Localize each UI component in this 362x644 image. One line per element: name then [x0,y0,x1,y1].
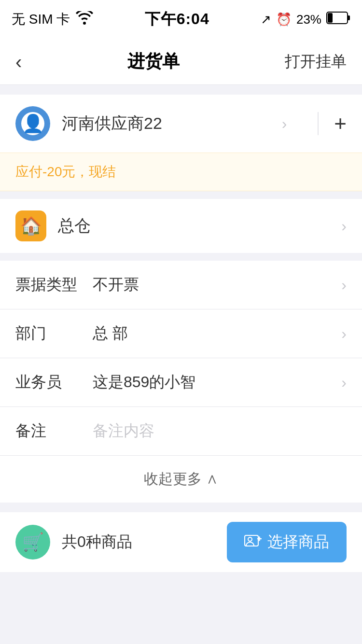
salesman-row[interactable]: 业务员 这是859的小智 › [0,358,362,406]
salesman-chevron-icon: › [341,374,347,392]
gap-3 [0,253,362,261]
bottom-bar: 🛒 共0种商品 选择商品 [0,512,362,572]
status-time: 下午6:04 [145,9,209,30]
supplier-section: 👤 河南供应商22 › + 应付-20元，现结 [0,95,362,191]
gap-2 [0,191,362,199]
ticket-type-label: 票据类型 [15,274,83,295]
sim-text: 无 SIM 卡 [12,10,70,28]
svg-rect-1 [348,15,350,20]
supplier-avatar: 👤 [15,106,50,141]
supplier-name: 河南供应商22 [62,112,282,135]
ticket-type-value: 不开票 [83,274,341,295]
open-pending-button[interactable]: 打开挂单 [285,51,347,72]
remark-row[interactable]: 备注 备注内容 [0,407,362,455]
warehouse-chevron-icon: › [341,217,347,235]
notice-banner: 应付-20元，现结 [0,153,362,191]
user-icon: 👤 [22,113,44,134]
wifi-icon [76,11,93,28]
remark-label: 备注 [15,420,83,442]
supplier-divider [318,112,319,135]
svg-point-6 [248,537,252,541]
warehouse-name: 总仓 [58,215,341,237]
warehouse-section: 🏠 总仓 › [0,199,362,253]
status-left: 无 SIM 卡 [12,10,93,28]
select-product-button[interactable]: 选择商品 [227,522,347,562]
status-right: ↗ ⏰ 23% [261,12,350,28]
department-label: 部门 [15,323,83,344]
battery-icon [326,12,350,28]
section-gap-1 [0,85,362,95]
warehouse-icon: 🏠 [20,216,42,236]
avatar-inner: 👤 [21,112,44,135]
ticket-type-chevron-icon: › [341,276,347,294]
department-row[interactable]: 部门 总 部 › [0,309,362,358]
add-supplier-button[interactable]: + [334,113,347,134]
location-icon: ↗ [261,12,271,27]
bottom-gap [0,503,362,512]
form-section: 票据类型 不开票 › 部门 总 部 › 业务员 这是859的小智 › 备注 备注… [0,261,362,503]
battery-text: 23% [296,12,321,27]
supplier-row[interactable]: 👤 河南供应商22 › + [0,95,362,153]
ticket-type-row[interactable]: 票据类型 不开票 › [0,261,362,309]
status-bar: 无 SIM 卡 下午6:04 ↗ ⏰ 23% [0,0,362,39]
collapse-label: 收起更多 ∧ [144,469,218,489]
svg-rect-2 [328,13,333,23]
select-btn-label: 选择商品 [267,532,329,553]
select-btn-icon [244,533,262,552]
department-value: 总 部 [83,323,341,344]
supplier-chevron-icon: › [282,115,287,133]
collapse-row[interactable]: 收起更多 ∧ [0,456,362,503]
page-rest [0,572,362,644]
warehouse-icon-wrap: 🏠 [15,210,46,241]
cart-icon: 🛒 [22,532,44,552]
salesman-value: 这是859的小智 [83,372,341,393]
nav-title: 进货单 [127,50,180,73]
remark-input[interactable]: 备注内容 [83,420,347,442]
back-button[interactable]: ‹ [15,52,22,71]
product-count: 共0种商品 [62,532,215,553]
alarm-icon: ⏰ [276,12,292,27]
nav-bar: ‹ 进货单 打开挂单 [0,39,362,85]
notice-text: 应付-20元，现结 [15,164,116,179]
department-chevron-icon: › [341,325,347,343]
product-icon-wrap: 🛒 [15,525,50,560]
salesman-label: 业务员 [15,372,83,393]
warehouse-row[interactable]: 🏠 总仓 › [0,199,362,253]
